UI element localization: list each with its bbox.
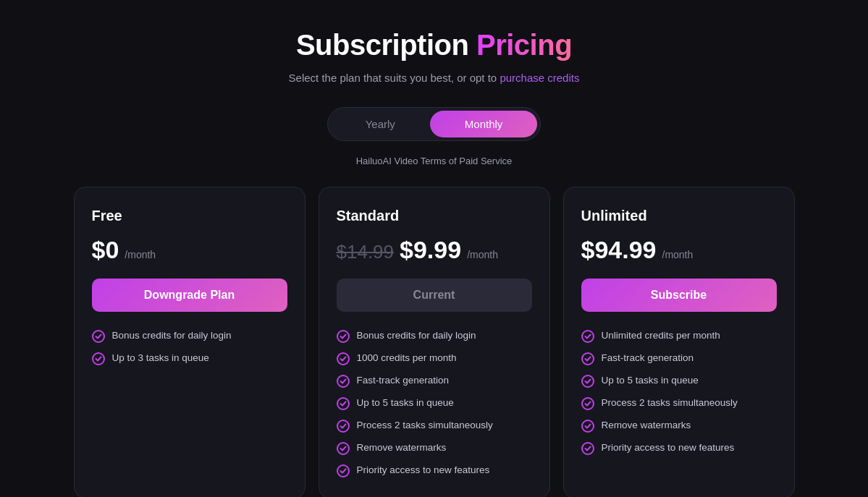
feature-item: Process 2 tasks simultaneously <box>581 396 777 410</box>
check-icon <box>92 352 105 365</box>
feature-text: Up to 3 tasks in queue <box>112 352 209 365</box>
plan-price: $14.99 $9.99 /month <box>337 236 532 264</box>
feature-text: Remove watermarks <box>357 441 447 455</box>
feature-text: Bonus credits for daily login <box>112 329 232 343</box>
plan-action-btn[interactable]: Subscribe <box>581 279 777 312</box>
feature-item: Up to 5 tasks in queue <box>581 374 777 388</box>
subtitle: Select the plan that suits you best, or … <box>289 72 580 84</box>
check-icon <box>337 375 350 388</box>
feature-list: Bonus credits for daily login 1000 credi… <box>337 329 532 477</box>
price-current: $0 <box>92 236 119 264</box>
check-icon <box>581 330 594 343</box>
feature-item: Remove watermarks <box>581 419 777 433</box>
check-icon <box>337 352 350 365</box>
feature-text: Fast-track generation <box>602 352 694 365</box>
page-header: Subscription Pricing Select the plan tha… <box>289 29 580 84</box>
check-icon <box>581 397 594 410</box>
check-icon <box>581 375 594 388</box>
terms-link[interactable]: HailuoAI Video Terms of Paid Service <box>356 156 513 166</box>
price-current: $94.99 <box>581 236 657 264</box>
feature-item: Bonus credits for daily login <box>92 329 287 343</box>
check-icon <box>581 420 594 433</box>
page-title: Subscription Pricing <box>289 29 580 61</box>
terms-link-container: HailuoAI Video Terms of Paid Service <box>356 156 513 166</box>
plan-action-btn[interactable]: Downgrade Plan <box>92 279 287 312</box>
plan-card-free: Free $0 /month Downgrade Plan Bonus cred… <box>74 187 306 497</box>
plan-price: $94.99 /month <box>581 236 777 264</box>
check-icon <box>581 442 594 455</box>
feature-item: Unlimited credits per month <box>581 329 777 343</box>
check-icon <box>337 420 350 433</box>
title-plain: Subscription <box>296 29 468 61</box>
feature-text: 1000 credits per month <box>357 352 457 365</box>
check-icon <box>337 397 350 410</box>
feature-item: Fast-track generation <box>581 352 777 365</box>
feature-text: Fast-track generation <box>357 374 450 388</box>
feature-item: 1000 credits per month <box>337 352 532 365</box>
feature-text: Priority access to new features <box>357 464 490 477</box>
price-period: /month <box>125 249 156 260</box>
feature-item: Priority access to new features <box>581 441 777 455</box>
title-gradient: Pricing <box>476 29 572 61</box>
plan-price: $0 /month <box>92 236 287 264</box>
feature-text: Process 2 tasks simultaneously <box>357 419 493 433</box>
feature-text: Up to 5 tasks in queue <box>602 374 699 388</box>
feature-list: Bonus credits for daily login Up to 3 ta… <box>92 329 287 365</box>
yearly-toggle-btn[interactable]: Yearly <box>331 111 430 137</box>
feature-text: Bonus credits for daily login <box>357 329 476 343</box>
purchase-credits-link[interactable]: purchase credits <box>500 72 579 84</box>
feature-item: Up to 5 tasks in queue <box>337 396 532 410</box>
plan-card-unlimited: Unlimited $94.99 /month Subscribe Unlimi… <box>563 187 795 497</box>
feature-item: Priority access to new features <box>337 464 532 477</box>
price-current: $9.99 <box>400 236 461 264</box>
feature-item: Remove watermarks <box>337 441 532 455</box>
feature-text: Remove watermarks <box>602 419 691 433</box>
check-icon <box>337 330 350 343</box>
feature-item: Process 2 tasks simultaneously <box>337 419 532 433</box>
feature-item: Bonus credits for daily login <box>337 329 532 343</box>
feature-text: Unlimited credits per month <box>602 329 720 343</box>
check-icon <box>337 442 350 455</box>
check-icon <box>581 352 594 365</box>
feature-text: Priority access to new features <box>602 441 735 455</box>
feature-item: Fast-track generation <box>337 374 532 388</box>
check-icon <box>337 464 350 477</box>
plan-name: Unlimited <box>581 208 777 224</box>
plan-name: Standard <box>337 208 532 224</box>
price-period: /month <box>467 249 498 260</box>
check-icon <box>92 330 105 343</box>
feature-list: Unlimited credits per month Fast-track g… <box>581 329 777 455</box>
feature-text: Process 2 tasks simultaneously <box>602 396 738 410</box>
price-original: $14.99 <box>337 241 395 263</box>
plan-card-standard: Standard $14.99 $9.99 /month Current Bon… <box>319 187 550 497</box>
price-period: /month <box>662 249 694 260</box>
feature-text: Up to 5 tasks in queue <box>357 396 454 410</box>
plans-container: Free $0 /month Downgrade Plan Bonus cred… <box>51 187 818 497</box>
billing-toggle: Yearly Monthly <box>327 107 542 141</box>
plan-name: Free <box>92 208 287 224</box>
plan-action-btn: Current <box>337 279 532 312</box>
monthly-toggle-btn[interactable]: Monthly <box>430 111 538 137</box>
feature-item: Up to 3 tasks in queue <box>92 352 287 365</box>
subtitle-text: Select the plan that suits you best, or … <box>289 72 497 84</box>
